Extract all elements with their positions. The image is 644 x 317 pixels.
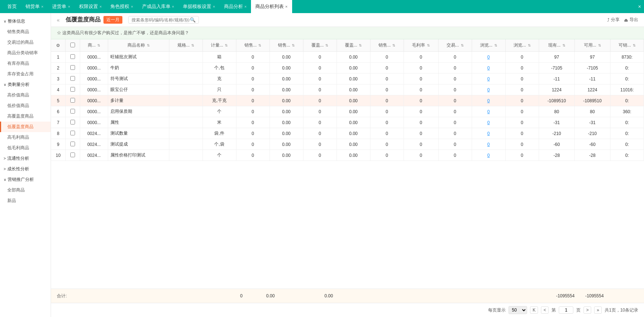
row-checkbox[interactable]	[66, 106, 80, 117]
nav-close-icon[interactable]: ×	[244, 4, 247, 9]
row-checkbox[interactable]	[66, 117, 80, 128]
col-header-sale_qty[interactable]: 销售... ⇅	[236, 39, 270, 52]
row-checkbox[interactable]	[66, 52, 80, 63]
sidebar-item-高毛利商品[interactable]: 高毛利商品	[0, 132, 51, 143]
col-header-saleable[interactable]: 可销... ⇅	[610, 39, 644, 52]
nav-item-产成品入库单[interactable]: 产成品入库单 ×	[138, 0, 178, 13]
nav-item-商品分析[interactable]: 商品分析 ×	[220, 0, 251, 13]
prev-page-button[interactable]: <	[541, 306, 549, 314]
row-view1[interactable]: 0	[472, 117, 505, 128]
search-input[interactable]	[131, 17, 190, 23]
sidebar-section-成长性分析[interactable]: >成长性分析	[0, 164, 51, 174]
nav-item-首页[interactable]: 首页	[3, 0, 21, 13]
col-header-gross_rate[interactable]: 毛利率 ⇅	[404, 39, 438, 52]
nav-close-icon[interactable]: ×	[213, 4, 215, 9]
row-checkbox[interactable]	[66, 128, 80, 139]
next-page-button[interactable]: >	[584, 306, 591, 314]
sort-icon-spec: ⇅	[191, 43, 195, 47]
nav-item-销货单[interactable]: 销货单 ×	[21, 0, 48, 13]
sidebar-item-交易过的商品[interactable]: 交易过的商品	[0, 37, 51, 48]
row-checkbox[interactable]	[66, 150, 80, 161]
row-view1[interactable]: 0	[472, 106, 505, 117]
row-checkbox[interactable]	[66, 63, 80, 74]
col-header-usable[interactable]: 可用... ⇅	[574, 39, 610, 52]
row-gross-rate: 0	[404, 84, 438, 95]
last-page-button[interactable]: »	[594, 306, 602, 314]
nav-close-icon[interactable]: ×	[285, 4, 287, 9]
nav-close-icon[interactable]: ×	[172, 4, 174, 9]
row-view1[interactable]: 0	[472, 95, 505, 106]
row-view1[interactable]: 0	[472, 74, 505, 84]
sidebar-item-销售类商品[interactable]: 销售类商品	[0, 27, 51, 37]
sidebar-item-商品分类动销率[interactable]: 商品分类动销率	[0, 48, 51, 58]
per-page-select[interactable]: 2050100	[508, 306, 527, 314]
sidebar-section-营销推广分析[interactable]: ∨营销推广分析	[0, 174, 51, 185]
nav-close-icon[interactable]: ×	[131, 4, 133, 9]
col-header-cover1[interactable]: 覆盖... ⇅	[303, 39, 337, 52]
row-select-checkbox[interactable]	[70, 131, 75, 135]
sidebar-item-低覆盖度商品[interactable]: 低覆盖度商品	[0, 122, 51, 132]
sidebar-section-整体信息[interactable]: ∨整体信息	[0, 16, 51, 27]
col-header-view2[interactable]: 浏览... ⇅	[505, 39, 539, 52]
col-header-spec[interactable]: 规格... ⇅	[169, 39, 203, 52]
row-select-checkbox[interactable]	[70, 76, 75, 81]
row-select-checkbox[interactable]	[70, 98, 75, 103]
col-header-name[interactable]: 商品名称 ⇅	[108, 39, 169, 52]
sidebar-item-低价值商品[interactable]: 低价值商品	[0, 100, 51, 111]
col-header-unit[interactable]: 计量... ⇅	[203, 39, 236, 52]
row-select-checkbox[interactable]	[70, 120, 75, 124]
nav-close-icon[interactable]: ×	[41, 4, 43, 9]
nav-item-商品分析列表[interactable]: 商品分析列表 ×	[251, 0, 292, 13]
sidebar-section-类剩量分析[interactable]: ∨类剩量分析	[0, 79, 51, 90]
sidebar-item-库存资金占用[interactable]: 库存资金占用	[0, 69, 51, 79]
row-checkbox[interactable]	[66, 74, 80, 84]
row-select-checkbox[interactable]	[70, 65, 75, 70]
col-header-sale3[interactable]: 销售... ⇅	[370, 39, 404, 52]
col-header-view1[interactable]: 浏览... ⇅	[472, 39, 505, 52]
row-view1[interactable]: 0	[472, 52, 505, 63]
row-code: 0000...	[80, 52, 108, 63]
col-header-sale_amt[interactable]: 销售... ⇅	[270, 39, 303, 52]
col-header-cover2[interactable]: 覆盖... ⇅	[337, 39, 370, 52]
col-header-trade[interactable]: 交易... ⇅	[438, 39, 472, 52]
sidebar-item-有库存商品[interactable]: 有库存商品	[0, 58, 51, 69]
nav-close-icon[interactable]: ×	[99, 4, 102, 9]
col-header-code[interactable]: 商... ⇅	[80, 39, 108, 52]
row-select-checkbox[interactable]	[70, 109, 75, 114]
row-view1[interactable]: 0	[472, 84, 505, 95]
row-checkbox[interactable]	[66, 139, 80, 150]
row-select-checkbox[interactable]	[70, 87, 75, 92]
window-close-button[interactable]: ×	[638, 4, 641, 9]
table-container[interactable]: ⚙商... ⇅商品名称 ⇅规格... ⇅计量... ⇅销售... ⇅销售... …	[51, 39, 644, 289]
row-checkbox[interactable]	[66, 84, 80, 95]
row-select-checkbox[interactable]	[70, 142, 75, 146]
sidebar-item-高覆盖度商品[interactable]: 高覆盖度商品	[0, 111, 51, 122]
row-view1[interactable]: 0	[472, 139, 505, 150]
export-button[interactable]: ⏏ 导出	[624, 17, 638, 23]
row-select-checkbox[interactable]	[70, 54, 75, 59]
row-view1[interactable]: 0	[472, 128, 505, 139]
nav-item-单据模板设置[interactable]: 单据模板设置 ×	[178, 0, 219, 13]
row-view1[interactable]: 0	[472, 150, 505, 161]
share-button[interactable]: ⤴ 分享	[607, 17, 620, 23]
row-view1[interactable]: 0	[472, 63, 505, 74]
nav-close-icon[interactable]: ×	[68, 4, 70, 9]
row-usable: 97	[574, 52, 610, 63]
nav-item-权限设置[interactable]: 权限设置 ×	[75, 0, 106, 13]
period-button[interactable]: 近一月	[103, 16, 122, 24]
nav-item-角色授权[interactable]: 角色授权 ×	[106, 0, 137, 13]
select-all-checkbox[interactable]	[70, 43, 75, 47]
row-select-checkbox[interactable]	[70, 152, 75, 157]
sidebar-item-新品[interactable]: 新品	[0, 195, 51, 206]
collapse-button[interactable]: «	[57, 17, 60, 23]
row-trade: 0	[438, 150, 472, 161]
page-input[interactable]	[559, 306, 573, 314]
first-page-button[interactable]: K	[530, 306, 538, 314]
sidebar-item-全部商品[interactable]: 全部商品	[0, 185, 51, 195]
col-header-current[interactable]: 现有... ⇅	[539, 39, 574, 52]
sidebar-item-低毛利商品[interactable]: 低毛利商品	[0, 143, 51, 153]
sidebar-section-流通性分析[interactable]: >流通性分析	[0, 153, 51, 164]
nav-item-进货单[interactable]: 进货单 ×	[48, 0, 74, 13]
row-checkbox[interactable]	[66, 95, 80, 106]
sidebar-item-高价值商品[interactable]: 高价值商品	[0, 90, 51, 100]
